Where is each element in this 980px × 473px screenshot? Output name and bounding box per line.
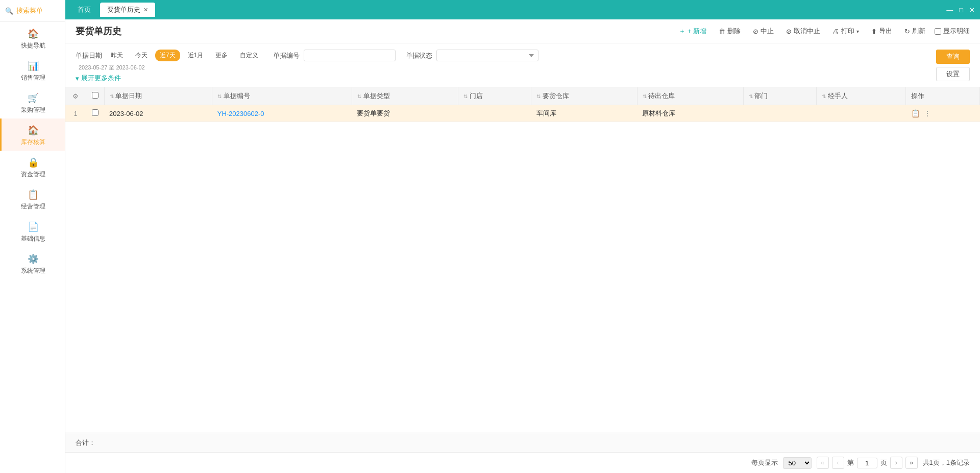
table-doctype-col[interactable]: ⇅ 单据类型 <box>352 87 458 105</box>
per-page-select[interactable]: 10 20 50 100 <box>783 457 812 469</box>
row-department <box>743 105 817 122</box>
sidebar-item-inventory[interactable]: 🏠 库存核算 <box>0 119 65 151</box>
sidebar-item-label: 基础信息 <box>21 234 45 243</box>
docno-link[interactable]: YH-20230602-0 <box>217 110 264 117</box>
date-btn-more[interactable]: 更多 <box>211 50 232 61</box>
sidebar-item-purchase[interactable]: 🛒 采购管理 <box>0 86 65 119</box>
row-doctype: 要货单要货 <box>352 105 458 122</box>
row-checkbox[interactable] <box>86 105 104 122</box>
table-store-col[interactable]: ⇅ 门店 <box>458 87 531 105</box>
table-settings-col[interactable]: ⚙ <box>65 87 86 105</box>
table-area: ⚙ ⇅ 单据日期 ⇅ 单据编号 ⇅ 单据类型 <box>65 87 980 433</box>
stop-label: 中止 <box>761 27 774 36</box>
tab-home-label: 首页 <box>78 5 91 14</box>
search-icon: 🔍 <box>5 7 13 15</box>
status-select[interactable] <box>436 50 538 61</box>
sidebar-item-system[interactable]: ⚙️ 系统管理 <box>0 247 65 279</box>
sidebar-search[interactable]: 🔍 搜索菜单 <box>0 0 65 22</box>
sidebar-item-label: 资金管理 <box>21 170 45 179</box>
page-header: 要货单历史 ＋ + 新增 🗑 删除 ⊘ 中止 ⊘ 取消中止 🖨 打印 ▾ <box>65 19 980 43</box>
sort-icon: ⇅ <box>463 93 468 99</box>
settings-button[interactable]: 设置 <box>936 67 970 81</box>
add-button[interactable]: ＋ + 新增 <box>676 25 709 38</box>
first-page-btn[interactable]: « <box>817 457 829 469</box>
row-date: 2023-06-02 <box>104 105 212 122</box>
per-page-label: 每页显示 <box>751 458 778 467</box>
date-btn-custom[interactable]: 自定义 <box>235 50 263 61</box>
sort-icon: ⇅ <box>217 93 222 99</box>
date-btn-yesterday[interactable]: 昨天 <box>106 50 128 61</box>
window-close-btn[interactable]: ✕ <box>969 6 975 14</box>
row-handler <box>817 105 906 122</box>
status-filter-label: 单据状态 <box>406 51 432 60</box>
filter-area: 单据日期 昨天 今天 近7天 近1月 更多 自定义 单据编号 <box>65 43 980 87</box>
page-nav: « ‹ 第 页 › » <box>817 457 918 469</box>
table-docno-col[interactable]: ⇅ 单据编号 <box>212 87 352 105</box>
cancel-stop-button[interactable]: ⊘ 取消中止 <box>783 25 823 38</box>
table-row: 1 2023-06-02 YH-20230602-0 要货单要货 车间库 原材料… <box>65 105 980 122</box>
table-department-col[interactable]: ⇅ 部门 <box>743 87 817 105</box>
table-date-col[interactable]: ⇅ 单据日期 <box>104 87 212 105</box>
print-button[interactable]: 🖨 打印 ▾ <box>829 25 862 38</box>
sort-icon: ⇅ <box>643 93 647 99</box>
docno-filter-group: 单据编号 <box>273 50 396 61</box>
window-maximize-btn[interactable]: □ <box>959 6 963 14</box>
tab-requisition-label: 要货单历史 <box>107 5 140 14</box>
sidebar-search-label: 搜索菜单 <box>16 6 43 15</box>
query-button[interactable]: 查询 <box>936 50 970 64</box>
row-edit-icon[interactable]: 📋 <box>911 109 920 117</box>
document-icon: 📄 <box>28 221 39 232</box>
row-req-warehouse: 车间库 <box>531 105 637 122</box>
display-detail-checkbox[interactable]: 显示明细 <box>935 27 970 36</box>
toolbar: ＋ + 新增 🗑 删除 ⊘ 中止 ⊘ 取消中止 🖨 打印 ▾ ⬆ <box>676 25 970 38</box>
prev-page-btn[interactable]: ‹ <box>832 457 844 469</box>
sidebar-item-sales[interactable]: 📊 销售管理 <box>0 54 65 86</box>
row-more-icon[interactable]: ⋮ <box>924 109 931 117</box>
next-page-btn[interactable]: › <box>890 457 902 469</box>
row-store <box>458 105 531 122</box>
delete-button[interactable]: 🗑 删除 <box>716 25 744 38</box>
date-range-display: 2023-05-27 至 2023-06-02 <box>79 64 145 70</box>
row-pending-warehouse: 原材料仓库 <box>637 105 743 122</box>
sort-icon: ⇅ <box>536 93 541 99</box>
stop-button[interactable]: ⊘ 中止 <box>750 25 777 38</box>
export-button[interactable]: ⬆ 导出 <box>868 25 895 38</box>
export-label: 导出 <box>879 27 892 36</box>
window-minimize-btn[interactable]: — <box>946 6 953 14</box>
main-area: 首页 要货单历史 ✕ — □ ✕ 要货单历史 ＋ + 新增 🗑 删除 ⊘ 中止 <box>65 0 980 473</box>
docno-input[interactable] <box>304 50 396 61</box>
date-btn-7days[interactable]: 近7天 <box>155 50 180 61</box>
sidebar-item-label: 销售管理 <box>21 74 45 82</box>
table-req-warehouse-col[interactable]: ⇅ 要货仓库 <box>531 87 637 105</box>
last-page-btn[interactable]: » <box>905 457 918 469</box>
expand-more-btn[interactable]: ▾ 展开更多条件 <box>76 74 926 83</box>
tab-requisition-history[interactable]: 要货单历史 ✕ <box>100 3 155 17</box>
sidebar-item-operations[interactable]: 📋 经营管理 <box>0 183 65 215</box>
refresh-button[interactable]: ↻ 刷新 <box>901 25 928 38</box>
date-btn-1month[interactable]: 近1月 <box>183 50 208 61</box>
page-label-prefix: 第 <box>847 458 854 467</box>
display-detail-check[interactable] <box>935 28 941 35</box>
table-pending-warehouse-col[interactable]: ⇅ 待出仓库 <box>637 87 743 105</box>
select-all-checkbox[interactable] <box>92 92 99 99</box>
sidebar-item-finance[interactable]: 🔒 资金管理 <box>0 151 65 183</box>
delete-icon: 🗑 <box>719 28 725 35</box>
table-handler-col[interactable]: ⇅ 经手人 <box>817 87 906 105</box>
cart-icon: 🛒 <box>28 92 39 104</box>
sidebar-item-label: 经营管理 <box>21 202 45 211</box>
row-docno: YH-20230602-0 <box>212 105 352 122</box>
row-operations: 📋 ⋮ <box>906 105 980 122</box>
date-buttons: 昨天 今天 近7天 近1月 更多 自定义 <box>106 50 263 61</box>
data-table: ⚙ ⇅ 单据日期 ⇅ 单据编号 ⇅ 单据类型 <box>65 87 980 122</box>
table-checkbox-col <box>86 87 104 105</box>
date-btn-today[interactable]: 今天 <box>131 50 152 61</box>
page-input[interactable] <box>857 458 877 468</box>
stop-icon: ⊘ <box>753 28 758 35</box>
date-filter-label: 单据日期 <box>76 51 102 60</box>
tab-home[interactable]: 首页 <box>70 3 98 17</box>
tab-close-icon[interactable]: ✕ <box>143 7 148 13</box>
gear-icon: ⚙️ <box>28 253 39 265</box>
lock-icon: 🔒 <box>28 157 39 168</box>
sidebar-item-basic-info[interactable]: 📄 基础信息 <box>0 215 65 247</box>
sidebar-item-quick-nav[interactable]: 🏠 快捷导航 <box>0 22 65 54</box>
